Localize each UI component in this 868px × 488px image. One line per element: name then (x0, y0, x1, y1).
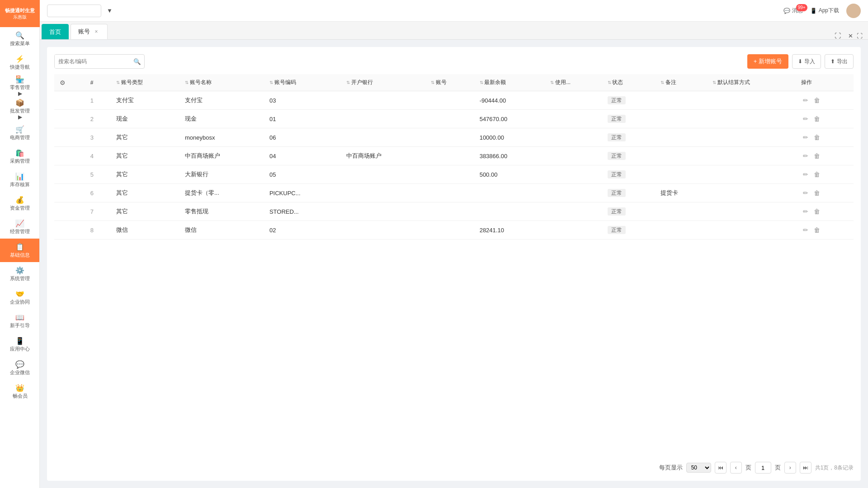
chevron-down-icon: ▼ (107, 7, 113, 14)
col-balance[interactable]: ⇅ 最新余额 (474, 74, 545, 91)
user-avatar[interactable] (846, 4, 861, 18)
col-status[interactable]: ⇅ 状态 (602, 74, 655, 91)
sidebar-item-system[interactable]: ⚙️ 系统管理 (0, 262, 39, 286)
edit-button[interactable]: ✏ (801, 225, 810, 235)
search-input[interactable] (55, 55, 130, 68)
app-download-label: App下载 (819, 7, 839, 14)
topbar-search-input[interactable] (47, 5, 101, 17)
messages-button[interactable]: 💬 消息 99+ (783, 7, 803, 14)
app-download-button[interactable]: 📱 App下载 (810, 7, 839, 14)
sidebar-item-purchase[interactable]: 🛍️ 采购管理 (0, 145, 39, 168)
sidebar-item-search-menu[interactable]: 🔍 搜索菜单 (0, 27, 39, 51)
row-remark (655, 221, 708, 239)
row-balance: 10000.00 (474, 128, 545, 147)
messages-badge: 99+ (796, 4, 807, 11)
row-account (425, 128, 474, 147)
row-config (54, 221, 85, 239)
edit-button[interactable]: ✏ (801, 114, 810, 123)
sidebar-item-ecommerce[interactable]: 🛒 电商管理 (0, 121, 39, 145)
sidebar-item-corp-wechat[interactable]: 💬 企业微信 (0, 356, 39, 380)
sidebar-item-retail[interactable]: 🏪 零售管理 ▶ (0, 74, 39, 98)
row-account (425, 147, 474, 165)
row-balance: 28241.10 (474, 221, 545, 239)
last-page-button[interactable]: ⏭ (800, 462, 811, 474)
sidebar-item-inventory[interactable]: 📊 库存核算 (0, 168, 39, 192)
edit-button[interactable]: ✏ (801, 207, 810, 216)
col-usage[interactable]: ⇅ 使用... (545, 74, 602, 91)
row-name: 中百商场账户 (179, 147, 264, 165)
export-button[interactable]: ⬆ 导出 (825, 54, 854, 69)
search-button[interactable]: 🔍 (130, 58, 145, 65)
edit-button[interactable]: ✏ (801, 170, 810, 179)
table-config-icon[interactable]: ⚙ (60, 79, 66, 86)
row-default-settlement (707, 128, 796, 147)
tab-home[interactable]: 首页 (42, 24, 69, 39)
col-account[interactable]: ⇅ 账号 (425, 74, 474, 91)
sidebar-icon-retail: 🏪 (15, 75, 24, 84)
delete-button[interactable]: 🗑 (812, 188, 822, 197)
delete-button[interactable]: 🗑 (812, 114, 822, 123)
per-page-select[interactable]: 102050100 (686, 463, 711, 473)
col-remark[interactable]: ⇅ 备注 (655, 74, 708, 91)
col-default_settlement[interactable]: ⇅ 默认结算方式 (707, 74, 796, 91)
per-page-label: 每页显示 (659, 464, 683, 472)
next-page-button[interactable]: › (784, 462, 796, 474)
sidebar-icon-membership: 👑 (15, 384, 24, 392)
delete-button[interactable]: 🗑 (812, 170, 822, 179)
tabbar: 首页账号× ⛶ ✕ ⛶ (40, 22, 868, 40)
table-row: 7 其它 零售抵现 STORED... 正常 ✏ 🗑 (54, 202, 854, 221)
sidebar-label-guide: 新手引导 (10, 323, 30, 328)
delete-button[interactable]: 🗑 (812, 133, 822, 142)
row-account (425, 221, 474, 239)
edit-button[interactable]: ✏ (801, 133, 810, 142)
close-tab-icon[interactable]: ✕ (848, 33, 857, 39)
add-account-button[interactable]: + 新增账号 (747, 54, 788, 69)
sidebar-item-finance[interactable]: 💰 资金管理 (0, 192, 39, 215)
sidebar-label-search-menu: 搜索菜单 (10, 41, 30, 47)
row-num: 3 (85, 128, 111, 147)
main-area: ▼ 💬 消息 99+ 📱 App下载 首页账号× ⛶ ✕ ⛶ (40, 0, 868, 488)
row-num: 6 (85, 184, 111, 202)
edit-button[interactable]: ✏ (801, 151, 810, 160)
sidebar-item-basic-info[interactable]: 📋 基础信息 (0, 239, 39, 262)
row-remark (655, 91, 708, 110)
row-type: 其它 (111, 184, 179, 202)
delete-button[interactable]: 🗑 (812, 225, 822, 235)
col-code[interactable]: ⇅ 账号编码 (264, 74, 341, 91)
import-button[interactable]: ⬇ 导入 (792, 54, 821, 69)
delete-button[interactable]: 🗑 (812, 207, 822, 216)
row-actions: ✏ 🗑 (796, 165, 854, 184)
sidebar-item-membership[interactable]: 👑 畅会员 (0, 380, 39, 403)
first-page-button[interactable]: ⏮ (715, 462, 726, 474)
page-number-input[interactable] (755, 462, 771, 474)
col-bank[interactable]: ⇅ 开户银行 (341, 74, 425, 91)
topbar-dropdown[interactable]: ▼ (107, 7, 113, 14)
tab-close-account[interactable]: × (93, 28, 100, 35)
sidebar-item-guide[interactable]: 📖 新手引导 (0, 309, 39, 333)
sidebar-item-quick-nav[interactable]: ⚡ 快捷导航 (0, 51, 39, 74)
sidebar-icon-wholesale: 📦 (15, 99, 24, 107)
expand-icon[interactable]: ⛶ (835, 32, 844, 39)
edit-button[interactable]: ✏ (801, 188, 810, 197)
col-name[interactable]: ⇅ 账号名称 (179, 74, 264, 91)
prev-page-button[interactable]: ‹ (730, 462, 742, 474)
sidebar-item-app-center[interactable]: 📱 应用中心 (0, 333, 39, 356)
edit-button[interactable]: ✏ (801, 96, 810, 105)
row-name: moneybosx (179, 128, 264, 147)
tab-account[interactable]: 账号× (71, 24, 108, 39)
content-card: 🔍 + 新增账号 ⬇ 导入 ⬆ 导出 (47, 47, 861, 481)
col-type[interactable]: ⇅ 账号类型 (111, 74, 179, 91)
import-icon: ⬇ (798, 58, 802, 65)
row-default-settlement (707, 91, 796, 110)
sidebar-item-operations[interactable]: 📈 经营管理 (0, 215, 39, 239)
row-type: 微信 (111, 221, 179, 239)
delete-button[interactable]: 🗑 (812, 96, 822, 105)
row-bank (341, 110, 425, 128)
col-num: # (85, 74, 111, 91)
status-badge: 正常 (608, 96, 626, 104)
delete-button[interactable]: 🗑 (812, 151, 822, 160)
row-balance: -90444.00 (474, 91, 545, 110)
fullscreen-icon[interactable]: ⛶ (857, 33, 868, 39)
sidebar-item-wholesale[interactable]: 📦 批发管理 ▶ (0, 98, 39, 121)
sidebar-item-enterprise[interactable]: 🤝 企业协同 (0, 286, 39, 309)
